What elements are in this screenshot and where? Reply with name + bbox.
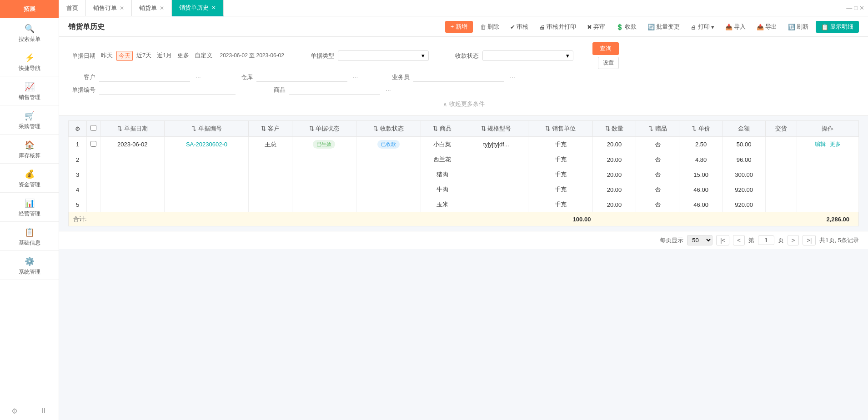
collect-button[interactable]: 💲 收款 [612, 21, 640, 33]
per-page-select[interactable]: 50 100 200 [687, 235, 712, 245]
sidebar-item-purchase-mgmt[interactable]: 🛒 采购管理 [0, 105, 59, 135]
customer-more-icon[interactable]: ··· [194, 74, 203, 81]
date-tab-custom[interactable]: 自定义 [193, 51, 214, 61]
doc-type-select[interactable]: ▾ [338, 50, 429, 61]
row1-docno[interactable]: SA-20230602-0 [165, 137, 249, 152]
sort-qty-icon: ⇅ [605, 125, 612, 132]
date-tab-yesterday[interactable]: 昨天 [99, 51, 115, 61]
sidebar-item-inventory[interactable]: 🏠 库存核算 [0, 135, 59, 164]
col-doc-status[interactable]: ⇅ 单据状态 [292, 121, 356, 137]
sidebar-item-quick-nav[interactable]: ⚡ 快捷导航 [0, 47, 59, 76]
tab-sales-delivery[interactable]: 销货单 ✕ [132, 0, 172, 16]
date-tabs: 昨天 今天 近7天 近1月 更多 自定义 [99, 51, 214, 61]
date-tab-today[interactable]: 今天 [116, 51, 133, 61]
sidebar-item-search-menu[interactable]: 🔍 搜索菜单 [0, 18, 59, 47]
table-row: 4 牛肉 千克 20.00 否 46.00 920.00 [69, 182, 859, 197]
col-pay-status[interactable]: ⇅ 收款状态 [356, 121, 421, 137]
batch-change-button[interactable]: 🔄 批量变更 [644, 21, 683, 33]
pause-bottom-icon[interactable]: ⏸ [40, 407, 47, 415]
abandon-button[interactable]: ✖ 弃审 [583, 21, 609, 33]
audit-button[interactable]: ✔ 审核 [507, 21, 532, 33]
print-button[interactable]: 🖨 打印 ▾ [687, 21, 718, 33]
col-doc-no[interactable]: ⇅ 单据编号 [165, 121, 249, 137]
doc-no-input[interactable] [99, 85, 236, 95]
date-tab-1month[interactable]: 近1月 [155, 51, 174, 61]
collect-status-label: 收款状态 [452, 52, 479, 60]
audit-print-button[interactable]: 🖨 审核并打印 [536, 21, 580, 33]
row4-num: 4 [69, 182, 87, 197]
page-header: 销货单历史 + 新增 🗑 删除 ✔ 审核 🖨 审核并打印 ✖ [59, 16, 868, 37]
first-page-btn[interactable]: |< [716, 235, 729, 245]
col-goods[interactable]: ⇅ 商品 [421, 121, 464, 137]
row4-spec [464, 182, 528, 197]
sort-goods-icon: ⇅ [433, 125, 440, 132]
tab-sales-order[interactable]: 销售订单 ✕ [86, 0, 132, 16]
export-button[interactable]: 📤 导出 [753, 21, 781, 33]
col-gear[interactable]: ⚙ [69, 121, 87, 137]
row2-date [100, 152, 165, 167]
row5-actions [797, 197, 858, 212]
row2-price: 4.80 [679, 152, 722, 167]
row1-edit-btn[interactable]: 编辑 [813, 141, 827, 147]
delete-button[interactable]: 🗑 删除 [477, 21, 503, 33]
row1-docno-link[interactable]: SA-20230602-0 [186, 141, 227, 148]
last-page-btn[interactable]: >| [803, 235, 816, 245]
close-window-icon[interactable]: ✕ [859, 5, 864, 11]
collapse-button[interactable]: ∧ 收起更多条件 [68, 98, 859, 110]
tab-sales-history[interactable]: 销货单历史 ✕ [172, 0, 224, 16]
goods-input[interactable] [289, 85, 380, 95]
settings-bottom-icon[interactable]: ⚙ [11, 407, 18, 415]
sort-spec-icon: ⇅ [481, 125, 488, 132]
refresh-button[interactable]: 🔃 刷新 [784, 21, 812, 33]
prev-page-btn[interactable]: < [733, 235, 745, 245]
set-button[interactable]: 设置 [598, 57, 619, 69]
tab-home-label: 首页 [66, 0, 78, 16]
col-gift[interactable]: ⇅ 赠品 [636, 121, 679, 137]
maximize-icon[interactable]: □ [854, 5, 858, 11]
staff-input[interactable] [413, 73, 504, 82]
row3-qty: 20.00 [592, 167, 636, 182]
row1-more-btn[interactable]: 更多 [828, 141, 842, 147]
page-title: 销货单历史 [68, 22, 105, 32]
sidebar-item-sales-mgmt[interactable]: 📈 销售管理 [0, 76, 59, 105]
minimize-icon[interactable]: — [846, 5, 852, 11]
col-qty[interactable]: ⇅ 数量 [592, 121, 636, 137]
sidebar-item-finance-mgmt[interactable]: 💰 资金管理 [0, 164, 59, 193]
tab-home[interactable]: 首页 [59, 0, 86, 16]
col-spec[interactable]: ⇅ 规格型号 [464, 121, 528, 137]
warehouse-more-icon[interactable]: ··· [351, 74, 360, 81]
row2-unit: 千克 [528, 152, 592, 167]
row1-price: 2.50 [679, 137, 722, 152]
col-date[interactable]: ⇅ 单据日期 [100, 121, 165, 137]
row2-docstatus [292, 152, 356, 167]
date-tab-7days[interactable]: 近7天 [135, 51, 153, 61]
collect-status-select[interactable]: ▾ [482, 50, 573, 61]
goods-more-icon[interactable]: ··· [384, 86, 393, 94]
show-detail-button[interactable]: 📋 显示明细 [816, 21, 859, 33]
col-customer[interactable]: ⇅ 客户 [249, 121, 292, 137]
next-page-btn[interactable]: > [788, 235, 799, 245]
warehouse-input[interactable] [256, 73, 347, 82]
page-number-input[interactable] [758, 235, 774, 245]
col-unit[interactable]: ⇅ 销售单位 [528, 121, 592, 137]
row1-customer: 王总 [249, 137, 292, 152]
staff-more-icon[interactable]: ··· [508, 74, 517, 81]
sidebar-item-ops-mgmt[interactable]: 📊 经营管理 [0, 193, 59, 222]
col-price[interactable]: ⇅ 单价 [679, 121, 722, 137]
tab-sales-delivery-close[interactable]: ✕ [160, 0, 164, 16]
row5-delivery [765, 197, 797, 212]
select-all-checkbox[interactable] [90, 125, 96, 131]
tab-sales-order-close[interactable]: ✕ [120, 0, 124, 16]
query-button[interactable]: 查询 [592, 42, 619, 55]
tab-sales-history-close[interactable]: ✕ [211, 0, 216, 16]
customer-input[interactable] [99, 73, 190, 82]
sidebar-item-basic-info[interactable]: 📋 基础信息 [0, 222, 59, 251]
row1-delivery [765, 137, 797, 152]
import-button[interactable]: 📥 导入 [722, 21, 749, 33]
doc-no-label: 单据编号 [68, 86, 95, 94]
sidebar-item-system-mgmt[interactable]: ⚙️ 系统管理 [0, 251, 59, 280]
date-tab-more[interactable]: 更多 [176, 51, 191, 61]
sidebar: 拓展 🔍 搜索菜单 ⚡ 快捷导航 📈 销售管理 🛒 采购管理 🏠 库存核算 💰 … [0, 0, 59, 420]
new-button[interactable]: + 新增 [445, 21, 473, 33]
row1-select[interactable] [90, 141, 96, 147]
